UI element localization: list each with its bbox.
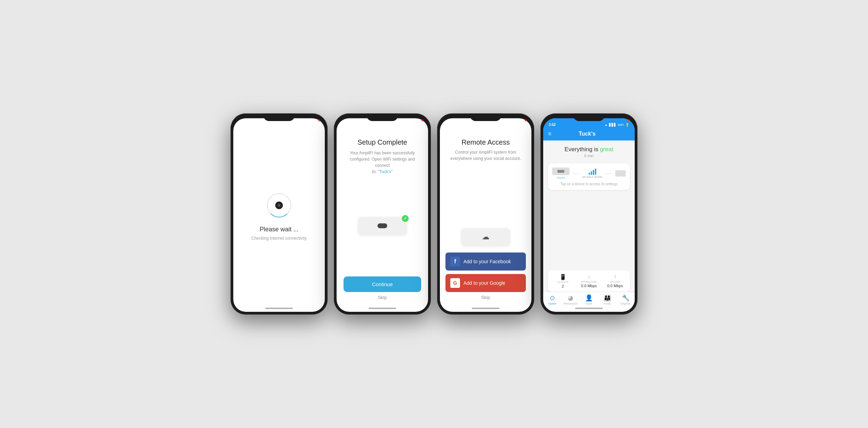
network-diagram: Tuck's AFI-INS-P-40228C bbox=[548, 163, 630, 190]
router-image-2 bbox=[358, 217, 407, 234]
dashboard-header: ≡ Tuck's bbox=[543, 128, 635, 140]
loading-subtitle: Checking Internet connectivity bbox=[251, 236, 307, 241]
tab-bar: ⊙ System ◕ Performance 👤 Guest 👨‍👩‍👧 Fam… bbox=[543, 292, 635, 306]
status-text: Everything is bbox=[565, 146, 598, 153]
setup-desc-1: Your AmpliFi has been successfully bbox=[350, 151, 415, 155]
device-label: AFI-INS-P-40228C bbox=[582, 176, 603, 178]
screen-4: 3:52 ▲ ▋▋▋ WiFi 🔋 ≡ Tuck's bbox=[543, 118, 635, 312]
google-icon: G bbox=[450, 278, 460, 288]
google-label: Add to your Google bbox=[463, 280, 505, 286]
bar-3 bbox=[593, 170, 594, 175]
performance-tab-label: Performance bbox=[564, 302, 578, 305]
status-great: great bbox=[600, 146, 614, 153]
guest-tab-icon: 👤 bbox=[585, 294, 593, 302]
spinner bbox=[267, 193, 291, 217]
cloud-icon: ☁ bbox=[482, 232, 489, 241]
phone-3: Remote Access Control your AmpliFi syste… bbox=[437, 113, 534, 315]
notch-1 bbox=[263, 113, 295, 121]
phone-body-4: 3:52 ▲ ▋▋▋ WiFi 🔋 ≡ Tuck's bbox=[540, 113, 637, 315]
location-icon: ▲ bbox=[605, 123, 608, 127]
setup-subtitle: Your AmpliFi has been successfully confi… bbox=[344, 150, 421, 175]
phone-2: Setup Complete Your AmpliFi has been suc… bbox=[334, 113, 431, 315]
notch-4 bbox=[573, 113, 605, 121]
header-title: Tuck's bbox=[579, 131, 596, 137]
home-indicator-4 bbox=[575, 308, 603, 309]
download-label: DOWNLOAD bbox=[581, 281, 597, 283]
net-line-2 bbox=[605, 173, 613, 174]
wifi-icon: WiFi bbox=[618, 123, 624, 127]
facebook-label: Add to your Facebook bbox=[463, 259, 511, 264]
end-node-icon bbox=[615, 170, 626, 177]
google-button[interactable]: G Add to your Google bbox=[445, 274, 526, 292]
skip-link-2[interactable]: Skip bbox=[378, 295, 387, 300]
router-node-icon bbox=[552, 168, 570, 175]
setup-network-name: "Tuck's" bbox=[378, 169, 392, 174]
phone-body-1: Please wait ... Checking Internet connec… bbox=[231, 113, 328, 315]
facebook-icon: f bbox=[450, 257, 460, 266]
router-shape bbox=[557, 170, 564, 173]
setup-desc-3: to: bbox=[372, 169, 376, 174]
download-icon: ↓ bbox=[588, 274, 590, 280]
router-cloud: ☁ bbox=[461, 228, 510, 246]
family-tab-icon: 👨‍👩‍👧 bbox=[604, 294, 611, 302]
clients-icon: 📱 bbox=[559, 274, 566, 280]
continue-button[interactable]: Continue bbox=[344, 276, 421, 292]
tab-family[interactable]: 👨‍👩‍👧 Family bbox=[598, 294, 616, 305]
led-2 bbox=[422, 120, 423, 121]
bar-1 bbox=[589, 173, 590, 175]
bar-4 bbox=[595, 169, 596, 175]
status-line: Everything is great bbox=[565, 146, 614, 153]
phone-body-2: Setup Complete Your AmpliFi has been suc… bbox=[334, 113, 431, 315]
led-3 bbox=[525, 120, 527, 121]
net-line-1 bbox=[572, 173, 580, 174]
stat-upload: ↑ UPLOAD 0.0 Mbps bbox=[604, 274, 626, 288]
diagnose-tab-icon: 🔧 bbox=[622, 294, 630, 302]
tab-guest[interactable]: 👤 Guest bbox=[580, 294, 598, 305]
home-indicator-2 bbox=[368, 308, 396, 309]
upload-icon: ↑ bbox=[614, 274, 616, 280]
phone-4: 3:52 ▲ ▋▋▋ WiFi 🔋 ≡ Tuck's bbox=[540, 113, 637, 315]
checkmark-icon bbox=[402, 215, 409, 222]
stats-row: 📱 CLIENTS 2 ↓ DOWNLOAD 0.0 Mbps ↑ UPLOAD bbox=[548, 270, 630, 292]
family-tab-label: Family bbox=[604, 302, 611, 305]
loading-content: Please wait ... Checking Internet connec… bbox=[233, 128, 325, 306]
signal-bars bbox=[589, 169, 596, 175]
network-nodes: Tuck's AFI-INS-P-40228C bbox=[552, 168, 626, 179]
system-tab-label: System bbox=[548, 302, 556, 305]
router-label: Tuck's bbox=[557, 176, 565, 179]
notch-3 bbox=[470, 113, 501, 121]
node-device[interactable]: AFI-INS-P-40228C bbox=[582, 169, 603, 178]
phone-1: Please wait ... Checking Internet connec… bbox=[231, 113, 328, 315]
screen-2: Setup Complete Your AmpliFi has been suc… bbox=[337, 118, 428, 312]
remote-title: Remote Access bbox=[462, 138, 510, 146]
home-indicator-3 bbox=[472, 308, 500, 309]
upload-value: 0.0 Mbps bbox=[607, 284, 623, 288]
node-end[interactable] bbox=[615, 170, 626, 177]
skip-link-3[interactable]: Skip bbox=[481, 295, 490, 300]
guest-tab-label: Guest bbox=[586, 302, 592, 305]
led-1 bbox=[318, 120, 320, 121]
tap-hint: Tap on a device to access its settings bbox=[552, 182, 626, 186]
setup-desc-2: configured. Open WiFi settings and conne… bbox=[350, 157, 415, 168]
setup-title: Setup Complete bbox=[357, 138, 407, 146]
dashboard-content: Everything is great 6 min Tuck's bbox=[543, 140, 635, 292]
menu-icon[interactable]: ≡ bbox=[548, 131, 551, 137]
tab-system[interactable]: ⊙ System bbox=[543, 294, 562, 305]
notch-2 bbox=[367, 113, 398, 121]
upload-label: UPLOAD bbox=[609, 281, 620, 283]
facebook-button[interactable]: f Add to your Facebook bbox=[445, 252, 526, 271]
clients-label: CLIENTS bbox=[557, 281, 568, 283]
clients-value: 2 bbox=[562, 284, 564, 288]
performance-tab-icon: ◕ bbox=[568, 294, 573, 302]
tab-performance[interactable]: ◕ Performance bbox=[562, 294, 580, 305]
stat-clients: 📱 CLIENTS 2 bbox=[552, 274, 574, 288]
remote-access-content: Remote Access Control your AmpliFi syste… bbox=[440, 128, 531, 306]
battery-icon: 🔋 bbox=[625, 123, 629, 127]
bar-2 bbox=[591, 171, 592, 175]
tab-diagnose[interactable]: 🔧 Diagnose bbox=[616, 294, 635, 305]
signal-icon: ▋▋▋ bbox=[609, 123, 616, 127]
node-router[interactable]: Tuck's bbox=[552, 168, 570, 179]
phone-body-3: Remote Access Control your AmpliFi syste… bbox=[437, 113, 534, 315]
remote-subtitle: Control your AmpliFi system from everywh… bbox=[445, 149, 526, 162]
status-icons: ▲ ▋▋▋ WiFi 🔋 bbox=[605, 123, 629, 127]
